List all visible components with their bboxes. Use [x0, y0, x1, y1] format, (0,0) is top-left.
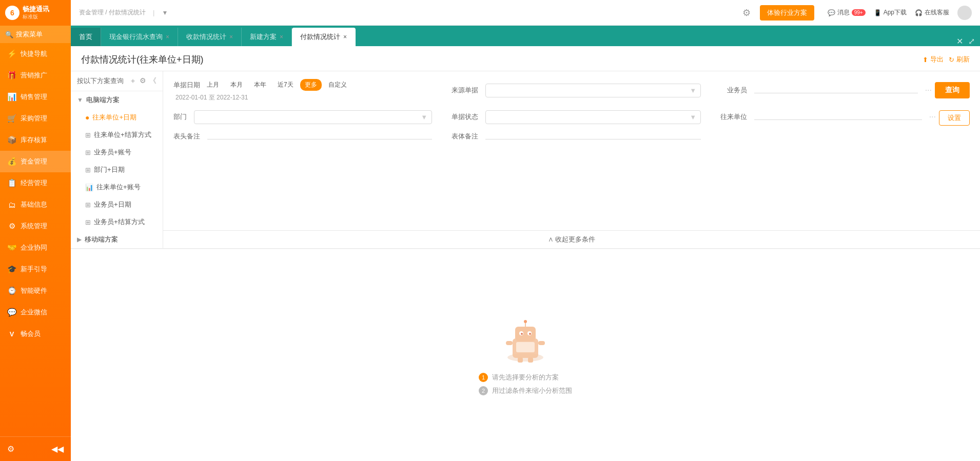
- date-opt-7days[interactable]: 近7天: [273, 78, 298, 91]
- sidebar-item-guide[interactable]: 🎓 新手引导: [0, 258, 71, 280]
- body-note-input[interactable]: [485, 134, 701, 139]
- system-icon: ⚙: [7, 222, 16, 231]
- online-service-btn[interactable]: 🎧 在线客服: [915, 8, 949, 17]
- sidebar-item-wechat[interactable]: 💬 企业微信: [0, 302, 71, 323]
- sidebar-settings-btn[interactable]: ⚙: [5, 442, 16, 456]
- refresh-btn[interactable]: ↻ 刷新: [949, 55, 970, 64]
- filter-cell-salesperson: 业务员 ··· 查询: [711, 82, 970, 98]
- date-opt-last-month[interactable]: 上月: [202, 78, 224, 91]
- sidebar-item-marketing[interactable]: 🎁 营销推广: [0, 65, 71, 86]
- dept-label: 部门: [173, 112, 187, 122]
- tab-receipt-stats-close[interactable]: ×: [229, 33, 233, 41]
- sidebar-collapse-btn[interactable]: ◀◀: [49, 442, 66, 456]
- tabs-expand-btn[interactable]: ⤢: [968, 36, 975, 46]
- sidebar-item-purchase[interactable]: 🛒 采购管理: [0, 108, 71, 129]
- filter-row-3: 表头备注 表体备注: [173, 132, 970, 141]
- scheme-add-icon[interactable]: ＋: [129, 76, 136, 86]
- date-opt-more[interactable]: 更多: [300, 79, 322, 91]
- filter-cell-dept: 部门 ▼: [173, 110, 432, 124]
- sidebar-item-member[interactable]: V 畅会员: [0, 323, 71, 345]
- source-select[interactable]: ▼: [485, 84, 701, 97]
- marketing-icon: 🎁: [7, 71, 16, 80]
- sidebar-item-business[interactable]: 📋 经营管理: [0, 172, 71, 194]
- sidebar-item-hardware[interactable]: ⌚ 智能硬件: [0, 280, 71, 302]
- salesperson-input[interactable]: [754, 88, 918, 93]
- docstatus-select[interactable]: ▼: [485, 110, 701, 124]
- scheme-item-staff-settle[interactable]: ⊞ 业务员+结算方式: [71, 213, 163, 231]
- tab-new-scheme-label: 新建方案: [250, 32, 277, 42]
- query-btn-group: 查询: [935, 82, 970, 98]
- service-icon: 🎧: [915, 9, 923, 16]
- tab-new-scheme-close[interactable]: ×: [280, 33, 283, 41]
- trial-btn[interactable]: 体验行业方案: [760, 5, 814, 21]
- query-btn[interactable]: 查询: [935, 82, 970, 98]
- sidebar-item-label: 营销推广: [21, 71, 47, 80]
- partner-dots[interactable]: ···: [929, 112, 936, 122]
- tabs-close-all-btn[interactable]: ✕: [956, 36, 963, 46]
- scheme-group-desktop-header[interactable]: ▼ 电脑端方案: [71, 91, 163, 109]
- topbar-dropdown[interactable]: ▼: [162, 9, 168, 16]
- filter-form-wrapper: 单据日期 上月 本月 本年 近7天 更多 自定义 2022: [163, 71, 980, 248]
- scheme-collapse-icon[interactable]: 《: [149, 76, 156, 86]
- filter-row-1: 单据日期 上月 本月 本年 近7天 更多 自定义 2022: [173, 78, 970, 102]
- export-btn[interactable]: ⬆ 导出: [923, 55, 944, 64]
- settings-btn-group: 设置: [939, 108, 970, 126]
- sidebar-item-basic[interactable]: 🗂 基础信息: [0, 194, 71, 215]
- wechat-icon: 💬: [7, 308, 16, 317]
- sidebar-item-system[interactable]: ⚙ 系统管理: [0, 215, 71, 237]
- date-opt-custom[interactable]: 自定义: [324, 78, 351, 91]
- scheme-group-mobile-header[interactable]: ▶ 移动端方案: [71, 231, 163, 248]
- tab-payment-stats-close[interactable]: ×: [343, 33, 347, 41]
- sidebar-item-label: 快捷导航: [21, 49, 47, 58]
- sidebar-bottom: ⚙ ◀◀: [0, 436, 71, 461]
- scheme-item-unit-date[interactable]: ● 往来单位+日期: [71, 109, 163, 126]
- scheme-item-dept-date[interactable]: ⊞ 部门+日期: [71, 161, 163, 178]
- tab-bank-flow-close[interactable]: ×: [166, 33, 169, 41]
- app-logo-icon: 6: [5, 6, 19, 20]
- scheme-mobile-expand-icon: ▶: [77, 236, 82, 243]
- tab-receipt-stats[interactable]: 收款情况统计 ×: [178, 28, 242, 46]
- svg-rect-13: [528, 357, 533, 363]
- scheme-item-staff-date[interactable]: ⊞ 业务员+日期: [71, 196, 163, 213]
- app-download-btn[interactable]: 📱 App下载: [874, 8, 907, 17]
- scheme-settings-icon[interactable]: ⚙: [140, 76, 146, 86]
- sidebar-item-capital[interactable]: 💰 资金管理: [0, 151, 71, 172]
- search-menu[interactable]: 🔍 搜索菜单: [0, 26, 71, 43]
- scheme-item-unit-account[interactable]: 📊 往来单位+账号: [71, 178, 163, 196]
- sidebar-item-sales[interactable]: 📊 销售管理: [0, 86, 71, 108]
- message-badge: 99+: [852, 9, 866, 16]
- main-content: 资金管理 / 付款情况统计 | ▼ ⚙ 体验行业方案 💬 消息 99+ 📱 Ap…: [71, 0, 980, 461]
- logo-name: 畅捷通讯: [23, 5, 49, 13]
- sidebar-item-enterprise[interactable]: 🤝 企业协同: [0, 237, 71, 258]
- collapse-bar[interactable]: ∧ 收起更多条件: [163, 230, 980, 248]
- scheme-item-unit-account-label: 往来单位+账号: [96, 183, 141, 192]
- scheme-item-grid-icon5: ⊞: [85, 218, 91, 226]
- tab-home[interactable]: 首页: [71, 28, 101, 46]
- user-avatar[interactable]: [957, 6, 972, 20]
- topbar: 资金管理 / 付款情况统计 | ▼ ⚙ 体验行业方案 💬 消息 99+ 📱 Ap…: [71, 0, 980, 26]
- tab-payment-stats[interactable]: 付款情况统计 ×: [292, 28, 356, 46]
- sidebar-item-quick-nav[interactable]: ⚡ 快捷导航: [0, 43, 71, 65]
- scheme-item-staff-account-label: 业务员+账号: [94, 148, 131, 157]
- app-download-label: App下载: [884, 8, 907, 17]
- svg-rect-2: [516, 342, 535, 352]
- date-opt-this-year[interactable]: 本年: [249, 78, 271, 91]
- partner-input[interactable]: [754, 114, 922, 120]
- settings-btn[interactable]: 设置: [939, 110, 970, 126]
- svg-point-9: [524, 320, 527, 323]
- dept-select[interactable]: ▼: [194, 110, 432, 124]
- logo-text-block: 畅捷通讯 标准版: [23, 5, 49, 21]
- topbar-settings-icon[interactable]: ⚙: [742, 7, 751, 18]
- scheme-item-staff-account[interactable]: ⊞ 业务员+账号: [71, 144, 163, 161]
- message-btn[interactable]: 💬 消息 99+: [828, 8, 866, 17]
- nav-list: ⚡ 快捷导航 🎁 营销推广 📊 销售管理 🛒 采购管理 📦 库存核算 💰 资金管…: [0, 43, 71, 436]
- tab-bank-flow[interactable]: 现金银行流水查询 ×: [101, 28, 178, 46]
- header-note-input[interactable]: [207, 134, 432, 139]
- page-header-actions: ⬆ 导出 ↻ 刷新: [923, 55, 970, 64]
- scheme-item-unit-settle[interactable]: ⊞ 往来单位+结算方式: [71, 126, 163, 144]
- date-opt-this-month[interactable]: 本月: [226, 78, 247, 91]
- tab-new-scheme[interactable]: 新建方案 ×: [242, 28, 292, 46]
- source-dropdown-icon: ▼: [690, 87, 696, 94]
- sidebar-item-inventory[interactable]: 📦 库存核算: [0, 129, 71, 151]
- salesperson-dots[interactable]: ···: [925, 86, 932, 95]
